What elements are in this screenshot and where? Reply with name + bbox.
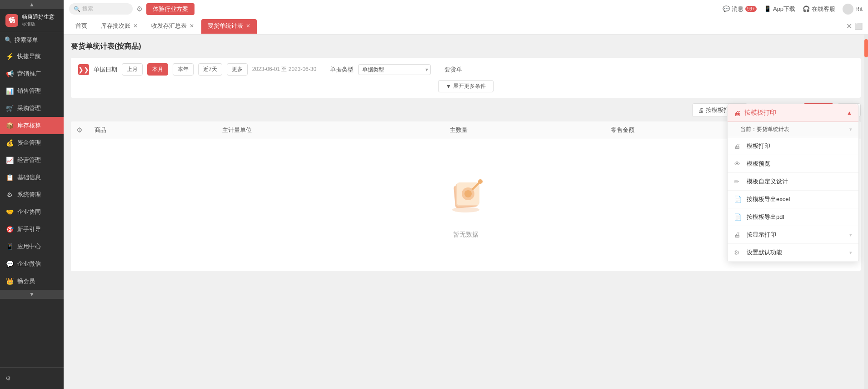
topbar-message[interactable]: 💬 消息 99+ [723, 5, 757, 13]
date-btn-this-month[interactable]: 本月 [147, 63, 168, 76]
dropdown-item-default-func[interactable]: ⚙ 设置默认功能 ▾ [728, 244, 858, 262]
tab-home[interactable]: 首页 [69, 19, 94, 34]
date-btn-this-year[interactable]: 本年 [173, 63, 194, 76]
sidebar-item-member[interactable]: 👑 畅会员 [0, 273, 64, 290]
dropdown-item-template-preview[interactable]: 👁 模板预览 [728, 155, 858, 173]
table-settings-icon[interactable]: ⚙ [76, 126, 82, 134]
collab-icon: 🤝 [5, 208, 14, 216]
date-btn-7days[interactable]: 近7天 [198, 63, 222, 76]
tab-inventory-batch[interactable]: 库存批次账 ✕ [95, 19, 144, 34]
date-btn-last-month[interactable]: 上月 [122, 63, 143, 76]
default-func-icon: ⚙ [734, 249, 742, 256]
topbar-user[interactable]: Rit [843, 4, 863, 15]
operation-icon: 📈 [5, 157, 14, 164]
tab-close-order-stats[interactable]: ✕ [246, 23, 250, 29]
sidebar-scroll-down[interactable]: ▼ [0, 290, 64, 299]
filter-expand-icon[interactable]: ❯❯ [78, 64, 89, 75]
topbar-search-box[interactable]: 🔍 搜索 [69, 3, 133, 15]
display-print-icon: 🖨 [734, 231, 742, 238]
page-content: 要货单统计表(按商品) ❯❯ 单据日期 上月 本月 本年 近7天 更多 2023… [64, 35, 868, 389]
topbar-online-service[interactable]: 🎧 在线客服 [803, 5, 835, 13]
tab-expand-buttons: ✕ ⬜ [846, 22, 863, 30]
tabbar: 首页 库存批次账 ✕ 收发存汇总表 ✕ 要货单统计表 ✕ ✕ ⬜ [64, 18, 868, 35]
topbar-right: 💬 消息 99+ 📱 App下载 🎧 在线客服 Rit [723, 4, 863, 15]
svg-point-0 [452, 207, 479, 212]
sidebar-item-guide[interactable]: 🎯 新手引导 [0, 221, 64, 238]
template-excel-icon: 📄 [734, 196, 742, 203]
sidebar-item-collab[interactable]: 🤝 企业协同 [0, 203, 64, 221]
sidebar-scroll-up[interactable]: ▲ [0, 0, 64, 9]
dropdown-current-label: 当前：要货单统计表 ▾ [728, 122, 858, 137]
tab-order-stats[interactable]: 要货单统计表 ✕ [201, 19, 257, 34]
finance-icon: 💰 [5, 139, 14, 147]
sidebar-item-system[interactable]: ⚙ 系统管理 [0, 186, 64, 203]
logo-icon: 畅 [5, 14, 18, 27]
dropdown-item-template-excel[interactable]: 📄 按模板导出excel [728, 191, 858, 208]
expand-more-row: ▼ 展开更多条件 [78, 80, 853, 92]
marketing-icon: 📢 [5, 70, 14, 77]
date-btn-more[interactable]: 更多 [227, 63, 248, 76]
sidebar-item-inventory[interactable]: 📦 库存核算 [0, 117, 64, 134]
svg-point-5 [464, 190, 472, 197]
app-download-icon: 📱 [764, 5, 771, 12]
system-icon: ⚙ [5, 191, 14, 198]
wechat-icon: 💬 [5, 260, 14, 268]
search-icon: 🔍 [5, 36, 12, 43]
dropdown-item-display-print[interactable]: 🖨 按显示打印 ▾ [728, 226, 858, 244]
sidebar-bottom-settings[interactable]: ⚙ [0, 371, 64, 385]
svg-point-7 [478, 179, 483, 184]
sidebar-item-basic[interactable]: 📋 基础信息 [0, 169, 64, 186]
sidebar: ▲ 畅 畅康通好生意 标准版 🔍 搜索菜单 ⚡ 快捷导航 📢 营销推广 📊 销售… [0, 0, 64, 389]
empty-text: 暂无数据 [453, 231, 479, 239]
dropdown-item-template-pdf[interactable]: 📄 按模板导出pdf [728, 208, 858, 226]
trial-industry-button[interactable]: 体验行业方案 [146, 3, 195, 15]
sidebar-item-marketing[interactable]: 📢 营销推广 [0, 65, 64, 82]
message-badge: 99+ [745, 6, 757, 12]
sidebar-item-quick-nav[interactable]: ⚡ 快捷导航 [0, 48, 64, 65]
settings-bottom-icon: ⚙ [5, 375, 11, 382]
topbar-search-icon: 🔍 [74, 6, 80, 12]
member-icon: 👑 [5, 278, 14, 285]
type-select[interactable]: 单据类型 [358, 64, 431, 75]
tab-close-receipt-summary[interactable]: ✕ [190, 23, 194, 29]
sidebar-item-purchase[interactable]: 🛒 采购管理 [0, 100, 64, 117]
basic-icon: 📋 [5, 174, 14, 181]
col-unit: 主计量单位 [217, 121, 444, 139]
sidebar-search[interactable]: 🔍 搜索菜单 [0, 32, 64, 48]
page-title: 要货单统计表(按商品) [71, 42, 861, 51]
col-qty: 主数量 [444, 121, 605, 139]
sidebar-item-finance[interactable]: 💰 资金管理 [0, 134, 64, 152]
headset-icon: 🎧 [803, 5, 810, 12]
print-icon: 🖨 [698, 107, 704, 114]
print-dropdown: 🖨 按模板打印 ▲ 当前：要货单统计表 ▾ 🖨 模板打印 👁 模板预览 ✏ 模板… [727, 104, 859, 262]
dropdown-chevron-icon[interactable]: ▲ [847, 110, 852, 116]
logo-text: 畅康通好生意 标准版 [22, 14, 55, 27]
sidebar-bottom: ⚙ [0, 367, 64, 389]
message-icon: 💬 [723, 5, 730, 12]
sidebar-item-wechat[interactable]: 💬 企业微信 [0, 255, 64, 273]
default-func-arrow-icon: ▾ [849, 250, 852, 256]
date-range-text: 2023-06-01 至 2023-06-30 [252, 66, 316, 73]
right-scrollbar[interactable] [864, 35, 868, 389]
tab-maximize-button[interactable]: ⬜ [855, 22, 863, 30]
col-goods: 商品 [89, 121, 217, 139]
tab-close-inventory-batch[interactable]: ✕ [133, 23, 138, 29]
sidebar-item-operation[interactable]: 📈 经营管理 [0, 152, 64, 169]
tab-receipt-summary[interactable]: 收发存汇总表 ✕ [145, 19, 200, 34]
scrollbar-thumb [864, 39, 868, 57]
filter-row-1: ❯❯ 单据日期 上月 本月 本年 近7天 更多 2023-06-01 至 202… [78, 63, 853, 76]
guide-icon: 🎯 [5, 226, 14, 233]
sidebar-logo: 畅 畅康通好生意 标准版 [0, 9, 64, 32]
topbar-app-download[interactable]: 📱 App下载 [764, 5, 795, 13]
appstore-icon: 📱 [5, 243, 14, 250]
topbar-gear-icon[interactable]: ⚙ [136, 5, 143, 13]
tab-close-window-button[interactable]: ✕ [846, 22, 852, 30]
user-avatar [843, 4, 853, 15]
sidebar-item-appstore[interactable]: 📱 应用中心 [0, 238, 64, 255]
main-area: 🔍 搜索 ⚙ 体验行业方案 💬 消息 99+ 📱 App下载 🎧 在线客服 Ri… [64, 0, 868, 389]
expand-more-button[interactable]: ▼ 展开更多条件 [438, 80, 494, 92]
dropdown-header[interactable]: 🖨 按模板打印 ▲ [728, 104, 858, 122]
dropdown-item-template-design[interactable]: ✏ 模板自定义设计 [728, 173, 858, 191]
dropdown-item-template-print[interactable]: 🖨 模板打印 [728, 137, 858, 155]
sidebar-item-sales[interactable]: 📊 销售管理 [0, 82, 64, 100]
